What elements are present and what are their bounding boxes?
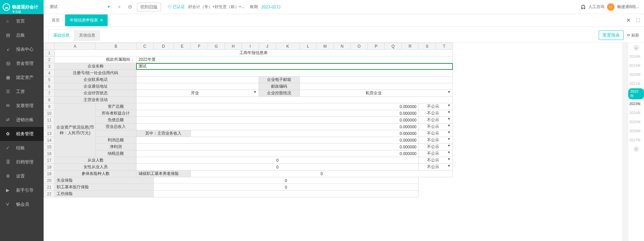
col-header[interactable]: L [300,43,317,50]
row-header[interactable]: 16 [44,150,55,157]
col-header[interactable]: N [333,43,351,50]
add-icon[interactable]: ＋ [115,3,123,11]
col-header[interactable]: O [351,43,368,50]
nav-vip[interactable]: V畅会员 [0,197,44,211]
subtab-other[interactable]: 其他信息 [74,30,100,41]
row-header[interactable]: 10 [44,110,55,117]
cell[interactable]: 不公示▼ [419,117,453,124]
col-header[interactable]: C [136,43,153,50]
col-header[interactable]: Q [385,43,402,50]
col-header[interactable]: G [208,43,225,50]
nav-archive[interactable]: 🗄归档管理 [0,155,44,169]
nav-close[interactable]: ✓结账 [0,141,44,155]
row-header[interactable]: 1 [44,50,55,56]
year-2024年[interactable]: 2024年 [628,108,644,117]
cell[interactable]: 0 [136,157,419,164]
year-2022年[interactable]: 2022年 [628,88,644,99]
cell[interactable]: 私营企业▼ [300,90,452,97]
cell[interactable]: 纳税总额 [96,150,137,157]
cell[interactable]: 不公示▼ [419,130,453,137]
year-2021年[interactable]: 2021年 [628,79,644,88]
cell[interactable]: 其中：主营业务收入 [136,130,191,137]
row-header[interactable]: 7 [44,90,55,97]
year-2023年[interactable]: 2023年 [628,99,644,108]
company-name-cell[interactable]: 测试 [136,63,452,70]
cell[interactable]: 不公示▼ [419,164,453,171]
cell[interactable]: 所有者权益合计 [96,110,137,117]
row-header[interactable]: 11 [44,117,55,124]
nav-gear[interactable]: ⚙设置 [0,169,44,183]
cell[interactable] [153,191,419,197]
cell[interactable]: 0.000000 [136,150,419,157]
cell[interactable]: 失业保险 [55,177,153,184]
row-header[interactable]: 21 [44,184,55,191]
cell[interactable]: 企业联系电话 [55,77,136,83]
gear-icon[interactable]: ⚙ [126,3,133,11]
year-2020年[interactable]: 2020年 [628,70,644,79]
row-header[interactable]: 12 [44,124,55,130]
col-header[interactable]: K [276,43,300,50]
cell[interactable]: 利润总额 [96,137,137,144]
cell[interactable]: 女性从业人员 [55,164,136,171]
tab-annual-report[interactable]: 年报信息申报表 ✕ [65,14,108,26]
row-header[interactable]: 13 [44,130,55,137]
nav-invoice[interactable]: ✉发票管理 [0,99,44,113]
col-header[interactable]: J [259,43,276,50]
row-header[interactable]: 2 [44,56,55,63]
cell[interactable]: 净利润 [96,144,137,150]
col-header[interactable]: F [191,43,208,50]
refresh-button[interactable]: ⟳刷新 [627,33,639,38]
col-header[interactable]: M [317,43,334,50]
cell[interactable]: 不公示▼ [419,103,453,110]
cell[interactable]: 税款所属期间： [55,56,136,63]
col-header[interactable]: E [174,43,191,50]
cell[interactable]: 注册号/统一社会信用代码 [55,70,136,77]
period-selector[interactable]: 2023-02 [261,5,280,9]
close-icon[interactable]: ✕ [100,18,103,22]
nav-tax[interactable]: ✿税务管理 [0,127,44,141]
reset-button[interactable]: 重置报表 [599,31,624,40]
cell[interactable]: 0 [191,171,453,177]
cell[interactable] [136,83,259,90]
cell[interactable]: 工商年报信息表 [55,50,453,56]
cell[interactable]: 从业人数 [55,157,136,164]
cell[interactable]: 0.000000 [136,144,419,150]
row-header[interactable]: 9 [44,103,55,110]
cell[interactable]: 不公示▼ [419,124,453,130]
col-header[interactable]: I [242,43,259,50]
year-2025年[interactable]: 2025年 [628,117,644,127]
expand-icon[interactable]: ⛶ [636,18,640,23]
col-header[interactable]: A [55,43,96,50]
row-header[interactable]: 4 [44,70,55,77]
cell[interactable]: 0.000000 [191,130,419,137]
cell[interactable]: 负债总额 [96,117,137,124]
support-link[interactable]: 人工咨询 [588,4,604,10]
year-2019年[interactable]: 2019年 [628,61,644,70]
cell[interactable]: 城镇职工基本养老保险 [136,171,191,177]
cell[interactable]: 营业总收入 [96,124,137,130]
cell[interactable]: 工伤保险 [55,191,153,197]
row-header[interactable]: 20 [44,177,55,184]
cell[interactable]: 参保各险种人数 [55,171,136,177]
subtab-basic[interactable]: 基础信息 [48,30,74,41]
avatar[interactable] [607,3,614,11]
row-header[interactable]: 17 [44,157,55,164]
user-name[interactable]: 畅捷通B组... [617,4,639,10]
nav-ledger[interactable]: ▤总账 [0,28,44,42]
year-2026年[interactable]: 2026年 [628,127,644,136]
cell[interactable]: 0.000000 [136,103,419,110]
cell[interactable]: 不公示▼ [419,157,453,164]
cell[interactable] [300,77,452,83]
org-selector[interactable]: 测试 ▼ [48,3,112,11]
cell[interactable] [96,130,137,137]
col-header[interactable]: B [96,43,137,50]
col-header[interactable]: P [368,43,385,50]
nav-money[interactable]: Ⓜ资金管理 [0,56,44,70]
cell[interactable]: 不公示▼ [419,137,453,144]
nav-stock[interactable]: ⇄进销台账 [0,113,44,127]
cell[interactable]: 企业经营状态 [55,90,136,97]
cell[interactable]: 0 [153,184,419,191]
nav-guide[interactable]: ▶新手引导 [0,183,44,197]
row-header[interactable]: 6 [44,83,55,90]
col-header[interactable]: S [419,43,436,50]
